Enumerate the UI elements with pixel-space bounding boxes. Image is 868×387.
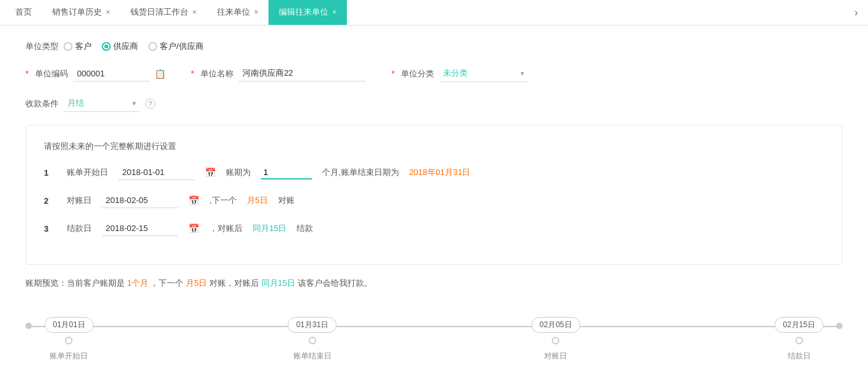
timeline-node-2: 02月05日 对账日	[531, 317, 580, 362]
timeline-dot-3	[795, 337, 803, 344]
period-for-label: 账期为	[226, 167, 251, 178]
tab-cash-work[interactable]: 钱货日清工作台 ×	[120, 0, 207, 25]
unit-code-label: 单位编码	[35, 68, 68, 80]
section-title: 请按照未来的一个完整帐期进行设置	[44, 141, 824, 152]
tab-edit-partner[interactable]: 编辑往来单位 ×	[269, 0, 347, 25]
period-row-3: 3 结款日 📅 ，对账后 同月15日 结款	[44, 221, 824, 236]
tab-more-button[interactable]: ›	[850, 0, 863, 25]
radio-customer-supplier-circle	[148, 42, 157, 51]
period-label-1: 账单开始日	[67, 167, 108, 178]
period-desc-3-post: 结款	[297, 223, 313, 234]
timeline-pill-1: 01月31日	[288, 317, 337, 333]
tab-partner-unit[interactable]: 往来单位 ×	[207, 0, 269, 25]
timeline-nodes: 01月01日 账单开始日 01月31日 账单结束日 02月05日 对账日 02月…	[25, 317, 843, 362]
period-months-input[interactable]	[261, 166, 312, 179]
tab-home[interactable]: 首页	[5, 0, 42, 25]
period-row-1: 1 账单开始日 📅 账期为 个月,账单结束日期为 2018年01月31日	[44, 165, 824, 180]
preview-section: 账期预览：当前客户账期是 1个月 ，下一个 月5日 对账，对账后 同月15日 该…	[25, 278, 843, 289]
timeline: 01月01日 账单开始日 01月31日 账单结束日 02月05日 对账日 02月…	[25, 304, 843, 381]
timeline-node-1: 01月31日 账单结束日	[288, 317, 337, 362]
tab-cash-work-label: 钱货日清工作台	[130, 6, 188, 18]
unit-category-label: 单位分类	[401, 68, 434, 80]
timeline-dot-2	[552, 337, 559, 344]
radio-supplier-label: 供应商	[113, 41, 138, 52]
tab-partner-unit-label: 往来单位	[217, 6, 250, 18]
period-section: 请按照未来的一个完整帐期进行设置 1 账单开始日 📅 账期为 个月,账单结束日期…	[25, 125, 843, 265]
tab-sales-history-close[interactable]: ×	[106, 8, 110, 16]
timeline-sub-3: 结款日	[788, 351, 811, 362]
period-row-2: 2 对账日 📅 ,下一个 月5日 对账	[44, 193, 824, 208]
tab-cash-work-close[interactable]: ×	[192, 8, 197, 16]
tab-edit-partner-label: 编辑往来单位	[279, 6, 328, 18]
unit-category-field: * 单位分类 未分类 ▾	[391, 65, 528, 82]
period-cal-icon-3[interactable]: 📅	[188, 223, 199, 234]
period-cal-icon-1[interactable]: 📅	[205, 167, 216, 178]
timeline-sub-0: 账单开始日	[50, 351, 88, 362]
period-cal-icon-2[interactable]: 📅	[188, 195, 199, 206]
tab-bar: 首页 销售订单历史 × 钱货日清工作台 × 往来单位 × 编辑往来单位 × ›	[0, 0, 868, 25]
preview-sep2: 对账，对账后	[209, 278, 259, 288]
timeline-pill-2: 02月05日	[531, 317, 580, 333]
unit-name-input[interactable]	[239, 66, 366, 81]
period-end-date: 2018年01月31日	[409, 167, 471, 178]
preview-part1: 1个月	[127, 278, 148, 288]
category-chevron-icon: ▾	[521, 69, 524, 78]
payment-row: 收款条件 月结 ▾ ?	[25, 95, 843, 112]
code-copy-icon[interactable]: 📋	[155, 69, 165, 79]
timeline-pill-0: 01月01日	[45, 317, 94, 333]
unit-name-field: * 单位名称	[191, 66, 366, 81]
code-name-category-row: * 单位编码 📋 * 单位名称 * 单位分类 未分类 ▾	[25, 65, 843, 82]
unit-name-label: 单位名称	[200, 68, 234, 80]
preview-part3: 同月15日	[262, 278, 295, 288]
payment-help-icon[interactable]: ?	[145, 99, 155, 109]
radio-group: 客户 供应商 客户/供应商	[64, 41, 204, 52]
preview-label: 账期预览：当前客户账期是	[25, 278, 125, 288]
unit-type-field: 单位类型 客户 供应商 客户/供应商	[25, 41, 204, 52]
period-num-3: 3	[44, 224, 57, 234]
timeline-sub-1: 账单结束日	[293, 351, 332, 362]
radio-supplier[interactable]: 供应商	[102, 41, 138, 52]
unit-code-input[interactable]	[73, 66, 150, 81]
timeline-node-0: 01月01日 账单开始日	[25, 317, 94, 362]
tab-sales-history-label: 销售订单历史	[52, 6, 102, 18]
radio-supplier-circle	[102, 42, 111, 51]
timeline-node-3: 02月15日 结款日	[774, 317, 843, 362]
timeline-sub-2: 对账日	[544, 351, 567, 362]
radio-customer-label: 客户	[75, 41, 92, 52]
timeline-dot-0	[65, 337, 73, 344]
unit-code-field: * 单位编码 📋	[25, 66, 165, 81]
payment-chevron-icon: ▾	[132, 99, 136, 108]
main-content: 单位类型 客户 供应商 客户/供应商 * 单位编码	[0, 25, 868, 387]
tab-sales-history[interactable]: 销售订单历史 ×	[42, 0, 120, 25]
period-date-3[interactable]	[102, 221, 178, 236]
radio-customer-supplier[interactable]: 客户/供应商	[148, 41, 204, 52]
period-date-2[interactable]	[102, 193, 178, 208]
tab-edit-partner-close[interactable]: ×	[332, 8, 337, 16]
period-num-2: 2	[44, 196, 57, 206]
preview-part2: 月5日	[186, 278, 207, 288]
period-desc-2-highlight: 月5日	[247, 195, 268, 206]
name-required: *	[191, 69, 194, 78]
category-required: *	[391, 69, 395, 78]
unit-type-label: 单位类型	[25, 41, 59, 52]
period-label-3: 结款日	[67, 223, 92, 234]
unit-category-select[interactable]: 未分类 ▾	[439, 65, 528, 82]
payment-label: 收款条件	[25, 98, 59, 109]
code-required: *	[25, 69, 29, 78]
period-num-1: 1	[44, 168, 57, 178]
period-desc-3-highlight: 同月15日	[253, 223, 286, 234]
payment-field: 收款条件 月结 ▾ ?	[25, 95, 155, 112]
radio-customer[interactable]: 客户	[64, 41, 92, 52]
period-suffix-pre: 个月,账单结束日期为	[322, 167, 399, 178]
payment-select[interactable]: 月结 ▾	[64, 95, 140, 112]
radio-customer-supplier-label: 客户/供应商	[160, 41, 204, 52]
preview-suffix: 该客户会给我打款。	[298, 278, 372, 288]
period-desc-2-pre: ,下一个	[209, 195, 237, 206]
tab-partner-unit-close[interactable]: ×	[254, 8, 258, 16]
radio-customer-circle	[64, 42, 73, 51]
unit-category-value: 未分类	[443, 67, 518, 79]
preview-sep1: ，下一个	[150, 278, 183, 288]
period-date-1[interactable]	[118, 165, 195, 180]
timeline-dot-1	[309, 337, 316, 344]
payment-value: 月结	[67, 97, 130, 109]
